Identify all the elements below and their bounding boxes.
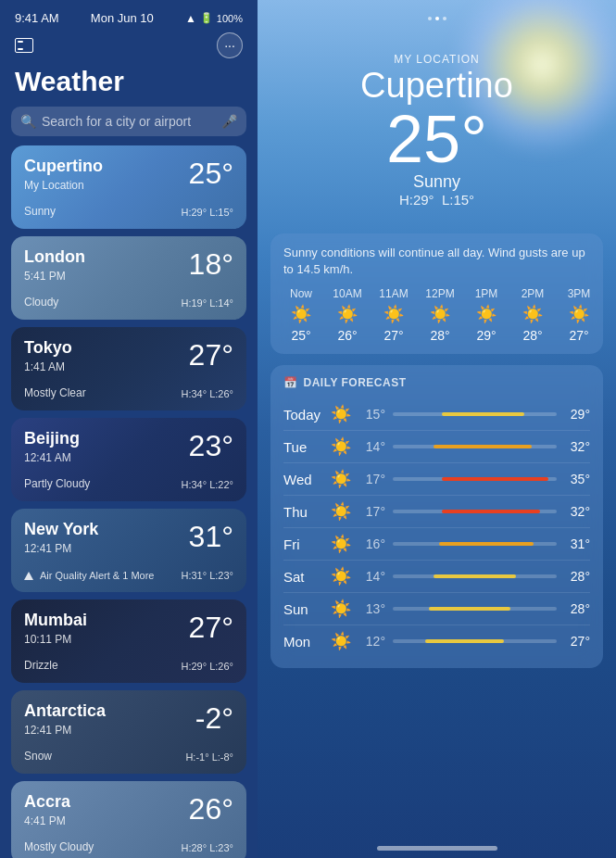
hour-item-6: 3PM ☀️ 27° <box>561 287 590 343</box>
city-card-new-york[interactable]: New York 12:41 PM 31° Air Quality Alert … <box>11 509 246 592</box>
search-icon: 🔍 <box>20 114 36 129</box>
daily-row: Thu ☀️ 17° 32° <box>283 495 590 527</box>
city-card-london[interactable]: London 5:41 PM 18° Cloudy H:19° L:14° <box>11 236 246 320</box>
hour-item-0: Now ☀️ 25° <box>283 287 319 343</box>
daily-forecast-card: 📅 DAILY FORECAST Today ☀️ 15° 29° Tue ☀️… <box>270 365 603 668</box>
right-panel: MY LOCATION Cupertino 25° Sunny H:29° L:… <box>258 0 616 858</box>
daily-header: 📅 DAILY FORECAST <box>283 376 590 389</box>
status-date: Mon Jun 10 <box>91 11 154 25</box>
hourly-forecast-card: Sunny conditions will continue all day. … <box>270 233 603 354</box>
main-city-name: Cupertino <box>360 66 513 106</box>
battery-percent: 100% <box>217 13 243 24</box>
main-condition: Sunny <box>413 172 460 192</box>
daily-row: Wed ☀️ 17° 35° <box>283 462 590 495</box>
hour-item-1: 10AM ☀️ 26° <box>330 287 365 343</box>
hourly-scroll[interactable]: Now ☀️ 25° 10AM ☀️ 26° 11AM ☀️ 27° 12PM … <box>283 287 590 343</box>
main-weather-header: MY LOCATION Cupertino 25° Sunny H:29° L:… <box>258 0 616 222</box>
city-list: Cupertino My Location 25° Sunny H:29° L:… <box>0 145 258 858</box>
left-panel: 9:41 AM Mon Jun 10 ▲ 🔋 100% ··· Weather … <box>0 0 258 858</box>
hourly-description: Sunny conditions will continue all day. … <box>283 245 590 278</box>
sidebar-toggle-button[interactable] <box>15 38 33 53</box>
daily-row: Sun ☀️ 13° 28° <box>283 592 590 625</box>
daily-row: Sat ☀️ 14° 28° <box>283 560 590 592</box>
daily-rows: Today ☀️ 15° 29° Tue ☀️ 14° 32° Wed ☀️ 1… <box>283 398 590 657</box>
my-location-label: MY LOCATION <box>394 53 480 66</box>
wifi-icon: ▲ <box>185 12 196 25</box>
status-time: 9:41 AM <box>15 11 59 25</box>
home-indicator <box>377 846 497 851</box>
city-card-beijing[interactable]: Beijing 12:41 AM 23° Partly Cloudy H:34°… <box>11 418 246 501</box>
search-input[interactable] <box>42 114 216 129</box>
city-card-mumbai[interactable]: Mumbai 10:11 PM 27° Drizzle H:29° L:26° <box>11 599 246 683</box>
daily-row: Fri ☀️ 16° 31° <box>283 527 590 560</box>
main-high-low: H:29° L:15° <box>399 192 474 208</box>
daily-row: Today ☀️ 15° 29° <box>283 398 590 430</box>
status-bar: 9:41 AM Mon Jun 10 ▲ 🔋 100% <box>0 0 258 29</box>
main-temperature: 25° <box>386 106 487 172</box>
options-button[interactable]: ··· <box>217 32 243 58</box>
hour-item-4: 1PM ☀️ 29° <box>469 287 504 343</box>
city-card-tokyo[interactable]: Tokyo 1:41 AM 27° Mostly Clear H:34° L:2… <box>11 327 246 410</box>
daily-row: Tue ☀️ 14° 32° <box>283 430 590 462</box>
calendar-icon: 📅 <box>283 376 298 389</box>
top-controls: ··· <box>0 29 258 66</box>
microphone-icon[interactable]: 🎤 <box>221 114 237 129</box>
battery-icon: 🔋 <box>200 12 213 24</box>
search-bar[interactable]: 🔍 🎤 <box>11 107 246 136</box>
hour-item-2: 11AM ☀️ 27° <box>376 287 411 343</box>
right-content: Sunny conditions will continue all day. … <box>258 222 616 858</box>
city-card-cupertino[interactable]: Cupertino My Location 25° Sunny H:29° L:… <box>11 145 246 229</box>
city-card-accra[interactable]: Accra 4:41 PM 26° Mostly Cloudy H:28° L:… <box>11 781 246 858</box>
daily-row: Mon ☀️ 12° 27° <box>283 625 590 657</box>
city-card-antarctica[interactable]: Antarctica 12:41 PM -2° Snow H:-1° L:-8° <box>11 690 246 774</box>
status-right: ▲ 🔋 100% <box>185 12 243 25</box>
app-title: Weather <box>0 66 258 107</box>
hour-item-5: 2PM ☀️ 28° <box>515 287 550 343</box>
hour-item-3: 12PM ☀️ 28° <box>422 287 458 343</box>
